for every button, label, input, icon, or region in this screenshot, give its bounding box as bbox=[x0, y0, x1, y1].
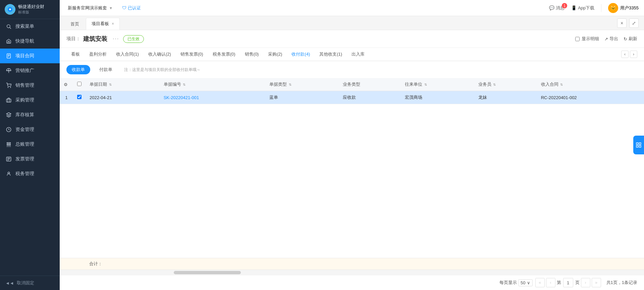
table-checkbox-header[interactable] bbox=[73, 78, 86, 91]
topbar: 新服务官网演示账套 ▼ 🛡 已认证 💬 消息 1 📱 App下载 🐱 用户335… bbox=[60, 0, 644, 16]
tab-close-icon[interactable]: × bbox=[112, 21, 114, 26]
first-page-button[interactable]: « bbox=[535, 278, 545, 287]
table-settings-header[interactable]: ⚙ bbox=[60, 78, 73, 91]
sidebar-item-label: 总账管理 bbox=[15, 141, 34, 147]
subnav-item-purchase[interactable]: 采购(2) bbox=[263, 48, 287, 61]
subnav-item-income-contract[interactable]: 收入合同(1) bbox=[111, 48, 144, 61]
certified-badge: 🛡 已认证 bbox=[122, 5, 141, 11]
search-icon bbox=[5, 23, 12, 30]
table-row[interactable]: 1 2022-04-21 SK-20220421-001 蓝单 应收款 宏茂商场… bbox=[60, 91, 644, 104]
sidebar-item-invoice[interactable]: 发票管理 bbox=[0, 152, 60, 166]
message-button[interactable]: 💬 消息 1 bbox=[549, 5, 565, 11]
prev-page-button[interactable]: ‹ bbox=[546, 278, 555, 287]
close-window-button[interactable]: × bbox=[617, 18, 627, 28]
col-salesman[interactable]: 业务员 ⇅ bbox=[474, 78, 537, 91]
sidebar-item-label: 资金管理 bbox=[15, 127, 34, 133]
last-page-button[interactable]: » bbox=[592, 278, 601, 287]
page-number[interactable]: 1 bbox=[563, 278, 573, 287]
filter-bar: 收款单 付款单 注：这里是与项目关联的全部收付款单哦～ bbox=[60, 61, 644, 78]
row-partner: 宏茂商场 bbox=[401, 91, 474, 104]
sidebar-item-finance[interactable]: 资金管理 bbox=[0, 122, 60, 137]
floating-action-icon[interactable] bbox=[633, 136, 644, 154]
payment-order-filter[interactable]: 付款单 bbox=[94, 65, 118, 75]
subnav-item-sales-invoice[interactable]: 销售发票(0) bbox=[176, 48, 208, 61]
col-number[interactable]: 单据编号 ⇅ bbox=[160, 78, 266, 91]
sort-icon: ⇅ bbox=[183, 83, 185, 86]
sidebar-item-project-contract[interactable]: 项目合同 bbox=[0, 49, 60, 63]
tab-project-board[interactable]: 项目看板 × bbox=[86, 18, 120, 30]
col-biz-type: 业务类型 bbox=[339, 78, 401, 91]
page-size-label: 每页显示 bbox=[499, 280, 517, 286]
receipt-table: ⚙ 单据日期 ⇅ 单据编号 ⇅ 单据类型 bbox=[60, 78, 644, 104]
row-date: 2022-04-21 bbox=[86, 91, 160, 104]
svg-line-2 bbox=[10, 27, 11, 29]
horizontal-scrollbar[interactable] bbox=[60, 270, 644, 275]
sidebar-item-search[interactable]: 搜索菜单 bbox=[0, 19, 60, 34]
svg-rect-20 bbox=[639, 143, 641, 144]
sort-icon: ⇅ bbox=[560, 83, 563, 86]
sidebar-item-marketing[interactable]: 营销推广 bbox=[0, 63, 60, 78]
refresh-button[interactable]: ↻ 刷新 bbox=[624, 36, 637, 42]
subnav-item-receipt[interactable]: 收付款(4) bbox=[287, 48, 315, 61]
sidebar-item-label: 发票管理 bbox=[15, 156, 34, 162]
project-more-icon[interactable]: ··· bbox=[113, 36, 119, 42]
user-avatar: 🐱 bbox=[608, 3, 618, 13]
ledger-icon bbox=[5, 141, 12, 148]
col-date[interactable]: 单据日期 ⇅ bbox=[86, 78, 160, 91]
purchase-icon bbox=[5, 97, 12, 103]
tab-home[interactable]: 首页 bbox=[65, 18, 85, 30]
sidebar-item-sales[interactable]: 销售管理 bbox=[0, 78, 60, 93]
subnav-prev-arrow[interactable]: ‹ bbox=[621, 51, 629, 58]
sidebar-item-tax[interactable]: 税务管理 bbox=[0, 166, 60, 181]
tab-home-label: 首页 bbox=[70, 21, 79, 27]
app-download-label: App下载 bbox=[578, 5, 594, 11]
sidebar-item-label: 搜索菜单 bbox=[15, 23, 34, 29]
account-name: 新服务官网演示账套 bbox=[68, 5, 107, 11]
subnav-item-income-confirm[interactable]: 收入确认(2) bbox=[144, 48, 176, 61]
subnav: 看板 盈利分析 收入合同(1) 收入确认(2) 销售发票(0) 税务发票(0) … bbox=[60, 48, 644, 61]
sidebar-footer-unpin[interactable]: ◄◄ 取消固定 bbox=[0, 276, 60, 290]
project-label: 项目： bbox=[66, 36, 80, 42]
show-detail-input[interactable] bbox=[575, 37, 580, 41]
show-detail-checkbox[interactable]: 显示明细 bbox=[575, 36, 599, 42]
message-icon: 💬 bbox=[549, 5, 554, 10]
page-size-select-box[interactable]: 50 ∨ bbox=[518, 279, 532, 286]
expand-window-button[interactable]: ⤢ bbox=[629, 18, 639, 28]
refresh-label: 刷新 bbox=[629, 36, 637, 42]
sidebar-item-inventory[interactable]: 库存核算 bbox=[0, 107, 60, 122]
tax-icon bbox=[5, 170, 12, 177]
sidebar-item-label: 快捷导航 bbox=[15, 38, 34, 44]
contract-icon bbox=[5, 53, 12, 59]
row-checkbox[interactable] bbox=[73, 91, 86, 104]
col-income-contract[interactable]: 收入合同 ⇅ bbox=[537, 78, 644, 91]
subnav-item-profit[interactable]: 盈利分析 bbox=[85, 48, 111, 61]
next-page-button[interactable]: › bbox=[581, 278, 590, 287]
svg-point-7 bbox=[8, 87, 8, 87]
sidebar-item-quick-nav[interactable]: 快捷导航 bbox=[0, 34, 60, 49]
subnav-item-inout[interactable]: 出入库 bbox=[347, 48, 369, 61]
subnav-item-tax-invoice[interactable]: 税务发票(0) bbox=[208, 48, 240, 61]
receipt-order-filter[interactable]: 收款单 bbox=[66, 65, 90, 74]
row-number-link[interactable]: SK-20220421-001 bbox=[164, 95, 199, 100]
select-all-checkbox[interactable] bbox=[77, 82, 82, 86]
row-number[interactable]: SK-20220421-001 bbox=[160, 91, 266, 104]
subnav-item-other-income[interactable]: 其他收支(1) bbox=[315, 48, 347, 61]
sales-icon bbox=[5, 82, 12, 89]
user-area[interactable]: 🐱 用户3355 bbox=[608, 3, 639, 13]
col-type[interactable]: 单据类型 ⇅ bbox=[265, 78, 339, 91]
sidebar-item-purchase[interactable]: 采购管理 bbox=[0, 93, 60, 107]
account-selector[interactable]: 新服务官网演示账套 ▼ bbox=[65, 4, 115, 12]
col-partner[interactable]: 往来单位 ⇅ bbox=[401, 78, 474, 91]
sidebar-item-ledger[interactable]: 总账管理 bbox=[0, 137, 60, 152]
subnav-next-arrow[interactable]: › bbox=[630, 51, 637, 58]
scroll-thumb[interactable] bbox=[174, 271, 241, 274]
certified-label: 已认证 bbox=[128, 5, 141, 11]
subnav-item-kanban[interactable]: 看板 bbox=[66, 48, 85, 61]
svg-point-1 bbox=[7, 25, 10, 28]
app-download-button[interactable]: 📱 App下载 bbox=[571, 5, 594, 11]
export-button[interactable]: ↗ 导出 bbox=[604, 36, 618, 42]
sort-icon: ⇅ bbox=[289, 83, 291, 86]
row-income-contract: RC-20220401-002 bbox=[537, 91, 644, 104]
tabbar: 首页 项目看板 × × ⤢ bbox=[60, 16, 644, 30]
subnav-item-sales[interactable]: 销售(0) bbox=[240, 48, 264, 61]
